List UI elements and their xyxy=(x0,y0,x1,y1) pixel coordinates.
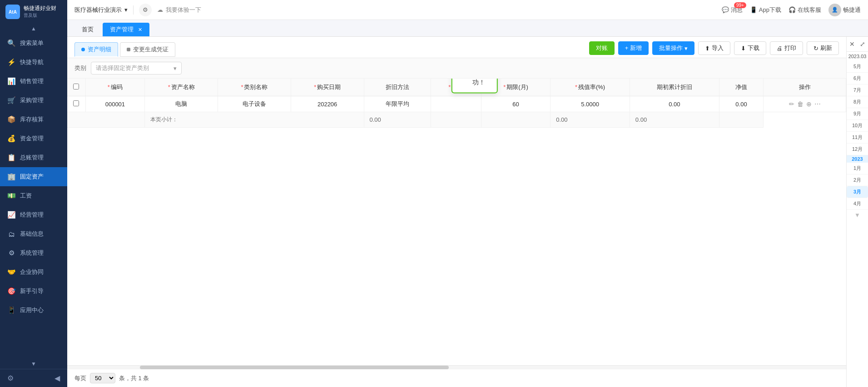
row-code: 000001 xyxy=(85,96,145,112)
month-4[interactable]: 4月 xyxy=(847,198,868,210)
subtotal-empty-residual xyxy=(481,112,550,128)
subtotal-empty-period xyxy=(431,112,481,128)
row-depreciation-method: 年限平均 xyxy=(364,96,431,112)
month-1[interactable]: 1月 xyxy=(847,163,868,174)
sidebar-item-资金管理[interactable]: 💰资金管理 xyxy=(0,129,67,148)
print-button[interactable]: 🖨 打印 xyxy=(770,41,803,55)
sidebar-icon-3: 🛒 xyxy=(7,96,15,104)
panel-down-arrow[interactable]: ▼ xyxy=(847,210,868,220)
table-header-checkbox[interactable] xyxy=(67,79,85,96)
month-3-current[interactable]: 3月 xyxy=(847,186,868,198)
month-9[interactable]: 9月 xyxy=(847,108,868,120)
sidebar-icon-5: 💰 xyxy=(7,134,15,143)
online-service-button[interactable]: 🎧 在线客服 xyxy=(789,6,821,14)
month-6[interactable]: 6月 xyxy=(847,73,868,84)
sidebar-item-系统管理[interactable]: ⚙系统管理 xyxy=(0,243,67,263)
sidebar-label-1: 快捷导航 xyxy=(20,58,44,66)
collapse-icon[interactable]: ◀ xyxy=(55,374,60,382)
panel-expand-icon[interactable]: ⤢ xyxy=(860,40,865,48)
sidebar-item-应用中心[interactable]: 📱应用中心 xyxy=(0,301,67,320)
per-page-select[interactable]: 50 10 20 100 xyxy=(90,373,115,383)
sidebar-item-基础信息[interactable]: 🗂基础信息 xyxy=(0,224,67,243)
import-icon: ⬆ xyxy=(705,45,710,52)
total-label: 条，共 1 条 xyxy=(119,374,149,382)
more-icon[interactable]: ⋯ xyxy=(814,100,821,108)
sidebar-scroll-up[interactable]: ▲ xyxy=(0,24,67,34)
month-12[interactable]: 12月 xyxy=(847,144,868,155)
panel-year-display: 2023.03 xyxy=(847,52,868,61)
table-header-category: *类别名称 xyxy=(218,79,291,96)
month-5[interactable]: 5月 xyxy=(847,61,868,73)
right-panel-scroll[interactable]: 5月 6月 7月 8月 9月 10月 11月 12月 2023 1月 2月 3月… xyxy=(847,61,868,387)
sidebar-label-2: 销售管理 xyxy=(20,77,44,85)
batch-button[interactable]: 批量操作 ▾ xyxy=(652,41,694,55)
tab-close-icon[interactable]: ✕ xyxy=(138,27,142,33)
user-button[interactable]: 👤 畅捷通 xyxy=(828,4,861,16)
download-icon: 📱 xyxy=(750,6,757,13)
row-category: 电子设备 xyxy=(218,96,291,112)
messages-button[interactable]: 💬 消息 99+ xyxy=(722,6,743,14)
row-checkbox-cell[interactable] xyxy=(67,96,85,112)
sidebar-item-新手引导[interactable]: 🎯新手引导 xyxy=(0,282,67,301)
sidebar-item-快捷导航[interactable]: ⚡快捷导航 xyxy=(0,53,67,72)
sidebar-item-总账管理[interactable]: 📋总账管理 xyxy=(0,148,67,167)
panel-close-icon[interactable]: ✕ xyxy=(849,40,855,48)
import-button[interactable]: ⬆ 导入 xyxy=(698,41,730,55)
sidebar-label-13: 新手引导 xyxy=(20,287,44,295)
scrollbar-thumb[interactable] xyxy=(140,366,449,369)
sidebar-scroll-down[interactable]: ▼ xyxy=(0,359,67,369)
sidebar-icon-6: 📋 xyxy=(7,154,15,162)
refresh-button[interactable]: ↻ 刷新 xyxy=(807,41,839,55)
month-10[interactable]: 10月 xyxy=(847,120,868,132)
table-scrollbar[interactable] xyxy=(67,365,846,369)
row-name: 电脑 xyxy=(145,96,218,112)
sidebar-item-销售管理[interactable]: 📊销售管理 xyxy=(0,72,67,91)
edit-icon[interactable]: ✏ xyxy=(789,100,794,108)
month-7[interactable]: 7月 xyxy=(847,84,868,96)
sidebar-label-4: 库存核算 xyxy=(20,115,44,124)
month-11[interactable]: 11月 xyxy=(847,132,868,144)
sidebar-item-库存核算[interactable]: 📦库存核算 xyxy=(0,110,67,129)
sidebar-label-11: 系统管理 xyxy=(20,249,44,257)
table-header-code: *编码 xyxy=(85,79,145,96)
download-button[interactable]: ⬇ 下载 xyxy=(734,41,766,55)
copy-icon[interactable]: ⊕ xyxy=(806,100,812,108)
subtotal-ops xyxy=(719,112,764,128)
filter-category-select[interactable]: 请选择固定资产类别 ▾ xyxy=(91,62,182,74)
tab-asset-management[interactable]: 资产管理 ✕ xyxy=(103,23,149,36)
app-download-button[interactable]: 📱 App下载 xyxy=(750,6,781,14)
experience-button[interactable]: ☁ 我要体验一下 xyxy=(157,6,201,14)
sidebar-item-采购管理[interactable]: 🛒采购管理 xyxy=(0,91,67,110)
reconcile-button[interactable]: 对账 xyxy=(589,41,615,55)
sidebar-item-工资[interactable]: 💵工资 xyxy=(0,186,67,205)
delete-icon[interactable]: 🗑 xyxy=(797,100,804,108)
month-8[interactable]: 8月 xyxy=(847,96,868,108)
topbar-settings-button[interactable]: ⚙ xyxy=(139,4,152,16)
sidebar-icon-2: 📊 xyxy=(7,77,15,85)
sidebar-item-经营管理[interactable]: 📈经营管理 xyxy=(0,205,67,224)
sidebar-icon-8: 💵 xyxy=(7,192,15,200)
per-page-label: 每页 xyxy=(74,374,86,382)
sidebar: AtA 畅捷通好业财 普及版 ▲ 🔍搜索菜单⚡快捷导航📊销售管理🛒采购管理📦库存… xyxy=(0,0,67,387)
sidebar-icon-4: 📦 xyxy=(7,115,15,124)
table-header-net-value: 净值 xyxy=(719,79,764,96)
company-selector[interactable]: 医疗器械行业演示 ▾ xyxy=(74,6,128,14)
row-checkbox[interactable] xyxy=(73,100,79,106)
row-purchase-date: 202206 xyxy=(291,96,364,112)
sidebar-item-固定资产[interactable]: 🏢固定资产 xyxy=(0,167,67,186)
sub-tab-voucher[interactable]: 变更生成凭证 xyxy=(120,42,175,57)
row-period: 60 xyxy=(481,96,550,112)
asset-table-wrap: *编码 *资产名称 *类别名称 *购买日期 折旧方法 *原值 *期限(月) *残… xyxy=(67,79,846,365)
message-icon: 💬 xyxy=(722,6,729,13)
tab-home[interactable]: 首页 xyxy=(74,23,101,36)
sidebar-item-搜索菜单[interactable]: 🔍搜索菜单 xyxy=(0,34,67,53)
settings-icon[interactable]: ⚙ xyxy=(7,374,14,382)
select-all-checkbox[interactable] xyxy=(73,84,79,89)
sidebar-item-企业协同[interactable]: 🤝企业协同 xyxy=(0,263,67,282)
sub-tab-asset-detail[interactable]: 资产明细 xyxy=(74,42,118,57)
new-button[interactable]: + 新增 xyxy=(618,41,649,55)
message-badge: 99+ xyxy=(734,2,746,8)
month-2[interactable]: 2月 xyxy=(847,174,868,186)
sidebar-label-8: 工资 xyxy=(20,192,32,200)
topbar-right: 💬 消息 99+ 📱 App下载 🎧 在线客服 👤 畅捷通 xyxy=(722,4,861,16)
